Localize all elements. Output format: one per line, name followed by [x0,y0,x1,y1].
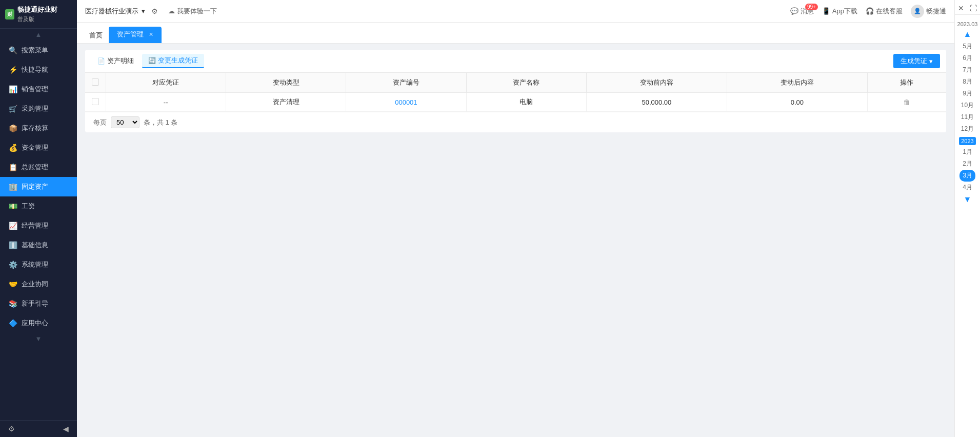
sidebar-item-sales[interactable]: 📊 销售管理 [0,80,77,99]
sidebar-item-label: 销售管理 [22,85,48,94]
timeline-month-2023-1[interactable]: 1月 [959,146,975,158]
sub-tab-change-voucher[interactable]: 🔄 变更生成凭证 [142,54,204,68]
sidebar-scroll-up[interactable]: ▲ [0,29,77,41]
timeline-scroll-down[interactable]: ▼ [962,193,973,206]
timeline-month-2023-3[interactable]: 3月 [959,170,975,182]
td-asset-code[interactable]: 000001 [346,93,466,112]
sidebar-footer: ⚙ ◀ [0,420,77,437]
app-version: 普及版 [17,15,57,23]
th-asset-name: 资产名称 [466,73,586,93]
timeline-month-7[interactable]: 7月 [959,64,975,76]
sidebar-item-label: 采购管理 [22,104,48,113]
message-badge: 99+ [805,4,818,10]
basic-info-icon: ℹ️ [8,241,17,249]
sidebar-item-label: 搜索菜单 [22,46,48,55]
app-download-button[interactable]: 📱 App下载 [822,7,857,16]
sidebar-item-payroll[interactable]: 💵 工资 [0,196,77,216]
tab-close-button[interactable]: ✕ [149,31,153,37]
purchase-icon: 🛒 [8,105,17,113]
timeline-scroll-up[interactable]: ▲ [962,28,973,41]
sidebar-scroll-down[interactable]: ▼ [0,333,77,345]
timeline-month-2023-4[interactable]: 4月 [959,182,975,193]
dropdown-arrow-icon: ▾ [929,57,933,65]
sidebar-logo: 财 畅捷通好业财 普及版 [0,0,77,29]
sidebar-item-enterprise[interactable]: 🤝 企业协同 [0,274,77,294]
sidebar-item-system[interactable]: ⚙️ 系统管理 [0,255,77,274]
sidebar-item-inventory[interactable]: 📦 库存核算 [0,118,77,138]
logo-icon: 财 [5,9,14,19]
timeline-month-11[interactable]: 11月 [958,111,977,123]
year-2023-marker[interactable]: 2023 [959,137,975,145]
sidebar-item-funds[interactable]: 💰 资金管理 [0,138,77,157]
logo-text: 畅捷通好业财 [17,5,57,14]
generate-voucher-button[interactable]: 生成凭证 ▾ [893,54,940,68]
funds-icon: 💰 [8,144,17,152]
sidebar-item-ledger[interactable]: 📋 总账管理 [0,157,77,177]
content-area: 📄 资产明细 🔄 变更生成凭证 生成凭证 ▾ [77,44,954,437]
inventory-icon: 📦 [8,124,17,132]
pagination-bar: 每页 50 10 20 100 条，共 1 条 [85,112,946,132]
td-after-change: 0.00 [727,93,867,112]
sidebar-item-fixed-assets[interactable]: 🏢 固定资产 [0,177,77,196]
search-icon: 🔍 [8,46,17,54]
asset-code-link[interactable]: 000001 [395,98,417,106]
sub-tabs: 📄 资产明细 🔄 变更生成凭证 生成凭证 ▾ [85,50,946,73]
ledger-icon: 📋 [8,163,17,171]
tab-asset-management[interactable]: 资产管理 ✕ [109,27,162,43]
sidebar-item-guide[interactable]: 📚 新手引导 [0,294,77,313]
sidebar-item-label: 企业协同 [22,280,48,289]
guide-icon: 📚 [8,300,17,308]
per-page-label: 每页 [93,118,107,127]
total-text: 条，共 1 条 [144,118,177,127]
delete-button[interactable]: 🗑 [903,98,910,106]
th-before-change: 变动前内容 [586,73,727,93]
sales-icon: 📊 [8,85,17,93]
sidebar-item-basic-info[interactable]: ℹ️ 基础信息 [0,235,77,255]
timeline-year-label: 2023.03 [955,19,980,28]
sidebar-item-label: 总账管理 [22,163,48,172]
company-name: 医疗器械行业演示 [85,7,138,16]
sidebar-item-label: 新手引导 [22,299,48,308]
panel-expand-button[interactable]: ⛶ [970,4,977,12]
app-center-icon: 🔷 [8,319,17,327]
sidebar-item-label: 快捷导航 [22,65,48,74]
topbar-settings-icon[interactable]: ⚙ [151,7,158,15]
generate-voucher-label: 生成凭证 [901,56,927,66]
sidebar-item-purchase[interactable]: 🛒 采购管理 [0,99,77,118]
collapse-button[interactable]: ◀ [63,425,69,433]
page-size-select[interactable]: 50 10 20 100 [111,116,139,128]
timeline-month-6[interactable]: 6月 [959,52,975,64]
timeline-month-2023-2[interactable]: 2月 [959,158,975,170]
sidebar-item-quicknav[interactable]: ⚡ 快捷导航 [0,60,77,80]
table-row: -- 资产清理 000001 电脑 50,000.00 0.00 🗑 [85,93,946,112]
timeline-month-12[interactable]: 12月 [958,123,977,135]
user-menu[interactable]: 👤 畅捷通 [911,5,946,18]
timeline-month-8[interactable]: 8月 [959,76,975,88]
settings-button[interactable]: ⚙ [8,425,15,433]
sidebar-item-operations[interactable]: 📈 经营管理 [0,216,77,235]
content-card: 📄 资产明细 🔄 变更生成凭证 生成凭证 ▾ [85,50,946,132]
right-panel: ✕ ⛶ 2023.03 ▲ 5月 6月 7月 8月 9月 10月 11月 12月… [954,0,980,437]
message-button[interactable]: 💬 消息 99+ [790,7,814,16]
row-checkbox[interactable] [92,98,99,105]
tab-home[interactable]: 首页 [85,28,107,43]
timeline-month-9[interactable]: 9月 [959,88,975,100]
sub-tab-asset-detail-label: 资产明细 [107,56,134,66]
fixed-assets-icon: 🏢 [8,183,17,191]
panel-close-button[interactable]: ✕ [958,4,964,12]
th-asset-code: 资产编号 [346,73,466,93]
timeline-month-10[interactable]: 10月 [958,100,977,111]
sidebar-item-label: 经营管理 [22,221,48,230]
sidebar-item-app-center[interactable]: 🔷 应用中心 [0,313,77,333]
select-all-checkbox[interactable] [92,78,99,86]
timeline-month-5[interactable]: 5月 [959,41,975,52]
experience-button[interactable]: ☁ 我要体验一下 [168,7,217,16]
company-selector[interactable]: 医疗器械行业演示 ▾ [85,7,145,16]
sidebar-item-search[interactable]: 🔍 搜索菜单 [0,41,77,60]
sidebar-item-label: 基础信息 [22,241,48,250]
sub-tab-asset-detail[interactable]: 📄 资产明细 [91,54,140,68]
username: 畅捷通 [926,7,946,16]
topbar: 医疗器械行业演示 ▾ ⚙ ☁ 我要体验一下 💬 消息 99+ 📱 App下载 🎧… [77,0,954,23]
online-service-button[interactable]: 🎧 在线客服 [866,7,903,16]
topbar-right: 💬 消息 99+ 📱 App下载 🎧 在线客服 👤 畅捷通 [790,5,946,18]
